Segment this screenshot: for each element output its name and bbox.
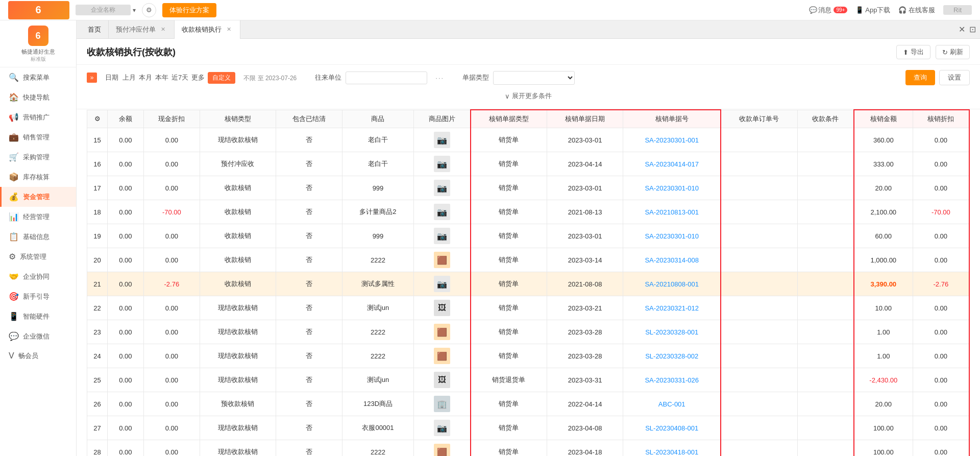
app-download-link[interactable]: 📱 App下载	[855, 6, 890, 15]
cell-doc-date: 2021-08-13	[547, 200, 623, 224]
cell-doc-date: 2021-08-08	[547, 272, 623, 296]
tab-prepay[interactable]: 预付冲应付单 ✕	[109, 20, 175, 39]
cell-doc-type: 销货退货单	[471, 368, 547, 392]
app-logo: 6	[8, 1, 69, 19]
sidebar-item-basic[interactable]: 📋 基础信息	[0, 227, 76, 247]
cell-doc-no[interactable]: SA-20230331-026	[623, 368, 721, 392]
sidebar-item-marketing[interactable]: 📢 营销推广	[0, 107, 76, 127]
cell-receipt-condition	[797, 128, 854, 152]
sidebar-item-member[interactable]: V 畅会员	[0, 346, 76, 366]
column-settings-icon[interactable]: ⚙	[94, 115, 101, 123]
company-name: 企业名称	[76, 5, 131, 15]
doc-no-link[interactable]: SL-20230328-002	[645, 352, 698, 360]
cell-doc-no[interactable]: SA-20210813-001	[623, 200, 721, 224]
messages-link[interactable]: 💬 消息 99+	[809, 6, 847, 15]
sidebar-item-operations[interactable]: 📊 经营管理	[0, 207, 76, 227]
cell-writeoff-amount: 20.00	[854, 176, 913, 200]
cell-doc-no[interactable]: SL-20230328-001	[623, 320, 721, 344]
cell-row-num: 15	[87, 128, 108, 152]
cell-include-settled: 否	[276, 368, 342, 392]
sidebar-item-search[interactable]: 🔍 搜索菜单	[0, 67, 76, 87]
cell-doc-no[interactable]: SL-20230328-002	[623, 344, 721, 368]
doc-no-link[interactable]: SA-20230321-012	[645, 304, 699, 312]
sidebar-item-label: 营销推广	[23, 113, 50, 122]
cell-doc-no[interactable]: SA-20230314-008	[623, 248, 721, 272]
close-window-icon[interactable]: ✕	[959, 25, 965, 34]
sidebar-item-inventory[interactable]: 📦 库存核算	[0, 167, 76, 187]
industry-solution-button[interactable]: 体验行业方案	[162, 3, 216, 17]
th-settings[interactable]: ⚙	[87, 110, 108, 128]
this-year-btn[interactable]: 本年	[155, 73, 168, 82]
writeoff-tab-close[interactable]: ✕	[225, 26, 233, 34]
cell-doc-no[interactable]: SA-20230301-001	[623, 128, 721, 152]
cell-doc-no[interactable]: SA-20230301-010	[623, 176, 721, 200]
cell-receipt-order-no	[721, 320, 797, 344]
doc-no-link[interactable]: ABC-001	[658, 400, 685, 408]
sidebar-item-system[interactable]: ⚙ 系统管理	[0, 247, 76, 267]
sidebar-item-finance[interactable]: 💰 资金管理	[0, 187, 76, 207]
company-dropdown[interactable]: 企业名称 ▾	[76, 5, 136, 15]
cell-product-image: 📷	[414, 200, 471, 224]
doc-no-link[interactable]: SL-20230418-001	[645, 448, 698, 456]
cell-doc-no[interactable]: SA-20230414-017	[623, 152, 721, 176]
settings-icon[interactable]: ⚙	[142, 3, 156, 17]
cell-doc-no[interactable]: SA-20230301-010	[623, 224, 721, 248]
filter-settings-button[interactable]: 设置	[939, 70, 970, 85]
doc-no-link[interactable]: SA-20230301-010	[645, 184, 699, 192]
sidebar-item-hardware[interactable]: 📱 智能硬件	[0, 306, 76, 326]
cell-product-image: 🖼	[414, 368, 471, 392]
cell-receipt-order-no	[721, 248, 797, 272]
cell-cash-discount: 0.00	[143, 224, 200, 248]
th-doc-date: 核销单据日期	[547, 110, 623, 128]
cell-receipt-condition	[797, 344, 854, 368]
refresh-button[interactable]: ↻ 刷新	[936, 45, 970, 59]
cell-doc-no[interactable]: ABC-001	[623, 392, 721, 416]
doc-no-link[interactable]: SA-20210813-001	[645, 208, 699, 216]
doc-no-link[interactable]: SA-20210808-001	[645, 280, 699, 288]
expand-more-btn[interactable]: ∨ 展开更多条件	[505, 91, 552, 101]
doc-no-link[interactable]: SA-20230331-026	[645, 376, 699, 384]
filter-collapse-button[interactable]: »	[87, 73, 97, 83]
sidebar-brand-name: 畅捷通好生意	[21, 48, 55, 56]
cell-doc-no[interactable]: SL-20230408-001	[623, 416, 721, 440]
sidebar-item-guide[interactable]: 🎯 新手引导	[0, 286, 76, 306]
doc-no-link[interactable]: SL-20230328-001	[645, 328, 698, 336]
sidebar-item-purchase[interactable]: 🛒 采购管理	[0, 147, 76, 167]
online-service-link[interactable]: 🎧 在线客服	[898, 6, 935, 15]
last-month-btn[interactable]: 上月	[122, 73, 136, 82]
sidebar-item-shortcut[interactable]: 🏠 快捷导航	[0, 87, 76, 107]
cell-receipt-condition	[797, 272, 854, 296]
cell-row-num: 16	[87, 152, 108, 176]
prepay-tab-close[interactable]: ✕	[159, 26, 167, 34]
basic-icon: 📋	[9, 232, 19, 242]
maximize-icon[interactable]: ⊡	[969, 25, 976, 34]
doc-no-link[interactable]: SL-20230408-001	[645, 424, 698, 432]
custom-date-btn[interactable]: 自定义	[208, 72, 235, 84]
cell-receipt-order-no	[721, 392, 797, 416]
doc-no-link[interactable]: SA-20230301-001	[645, 136, 699, 144]
cell-row-num: 23	[87, 320, 108, 344]
purchase-icon: 🛒	[9, 152, 19, 162]
cell-doc-date: 2023-04-14	[547, 152, 623, 176]
doc-no-link[interactable]: SA-20230301-010	[645, 232, 699, 240]
cell-receipt-condition	[797, 176, 854, 200]
tab-writeoff[interactable]: 收款核销执行 ✕	[175, 20, 240, 39]
cell-doc-no[interactable]: SL-20230418-001	[623, 440, 721, 457]
doc-no-link[interactable]: SA-20230314-008	[645, 256, 699, 264]
doc-type-select[interactable]	[493, 71, 575, 85]
cell-include-settled: 否	[276, 344, 342, 368]
cell-doc-no[interactable]: SA-20230321-012	[623, 296, 721, 320]
user-name[interactable]: Rit	[943, 5, 972, 15]
tab-home[interactable]: 首页	[81, 20, 109, 39]
export-button[interactable]: ⬆ 导出	[896, 45, 930, 59]
from-unit-input[interactable]	[346, 71, 427, 84]
query-button[interactable]: 查询	[905, 70, 935, 85]
sidebar-item-sales[interactable]: 💼 销售管理	[0, 127, 76, 147]
sidebar-item-enterprise[interactable]: 🤝 企业协同	[0, 267, 76, 286]
more-date-btn[interactable]: 更多	[191, 73, 205, 82]
sidebar-item-wechat[interactable]: 💬 企业微信	[0, 326, 76, 346]
this-month-btn[interactable]: 本月	[139, 73, 152, 82]
last-7days-btn[interactable]: 近7天	[172, 73, 188, 82]
cell-doc-no[interactable]: SA-20210808-001	[623, 272, 721, 296]
doc-no-link[interactable]: SA-20230414-017	[645, 160, 699, 168]
